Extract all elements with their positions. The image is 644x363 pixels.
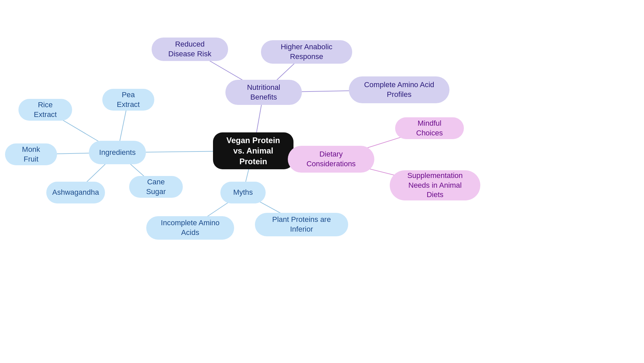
supplementation-needs-node: Supplementation Needs in Animal Diets (390, 170, 480, 200)
rice-extract-label: Rice Extract (29, 100, 61, 119)
monk-fruit-label: Monk Fruit (16, 145, 46, 164)
incomplete-amino-acids-node: Incomplete Amino Acids (146, 216, 234, 240)
reduced-disease-risk-node: Reduced Disease Risk (152, 38, 228, 61)
myths-label: Myths (233, 188, 253, 197)
mindful-choices-node: Mindful Choices (395, 117, 464, 139)
complete-amino-acid-label: Complete Amino Acid Profiles (360, 80, 439, 99)
cane-sugar-node: Cane Sugar (129, 176, 183, 198)
reduced-disease-risk-label: Reduced Disease Risk (162, 40, 217, 59)
pea-extract-label: Pea Extract (113, 90, 144, 109)
nutritional-benefits-label: Nutritional Benefits (236, 83, 291, 102)
nutritional-benefits-node: Nutritional Benefits (225, 80, 302, 105)
plant-proteins-inferior-node: Plant Proteins are Inferior (255, 213, 348, 236)
myths-node: Myths (220, 182, 266, 203)
dietary-considerations-node: Dietary Considerations (288, 146, 374, 173)
rice-extract-node: Rice Extract (18, 99, 72, 121)
center-node: Vegan Protein vs. Animal Protein (213, 132, 293, 169)
complete-amino-acid-node: Complete Amino Acid Profiles (349, 76, 449, 103)
mindful-choices-label: Mindful Choices (406, 119, 453, 138)
higher-anabolic-response-node: Higher Anabolic Response (261, 40, 352, 64)
ingredients-node: Ingredients (89, 141, 146, 164)
monk-fruit-node: Monk Fruit (5, 143, 57, 165)
ashwagandha-label: Ashwagandha (52, 188, 99, 197)
dietary-considerations-label: Dietary Considerations (299, 149, 364, 169)
plant-proteins-inferior-label: Plant Proteins are Inferior (266, 215, 337, 234)
pea-extract-node: Pea Extract (102, 89, 154, 111)
higher-anabolic-response-label: Higher Anabolic Response (272, 42, 341, 61)
ingredients-label: Ingredients (99, 148, 136, 158)
supplementation-needs-label: Supplementation Needs in Animal Diets (400, 171, 470, 200)
cane-sugar-label: Cane Sugar (140, 177, 172, 196)
ashwagandha-node: Ashwagandha (46, 182, 105, 203)
center-label: Vegan Protein vs. Animal Protein (224, 135, 283, 167)
incomplete-amino-acids-label: Incomplete Amino Acids (157, 218, 223, 237)
